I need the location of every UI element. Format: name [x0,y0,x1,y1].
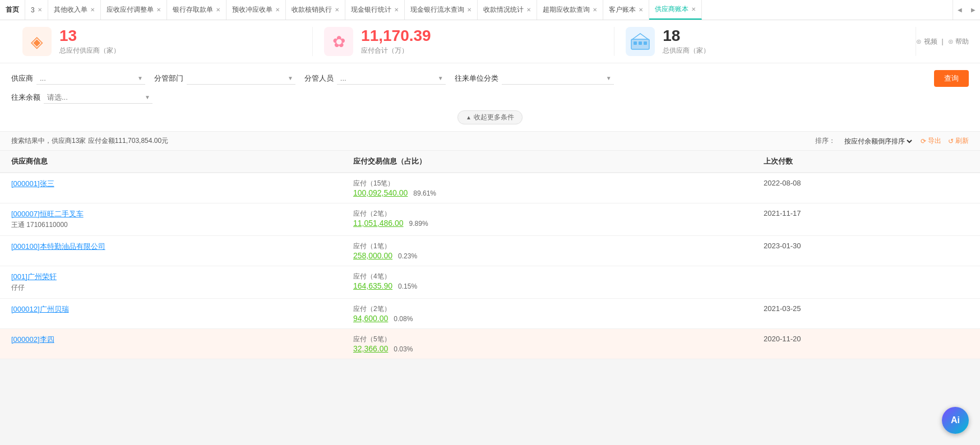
nav-tab-cash-bank-stats[interactable]: 现金银行统计 ✕ [345,0,405,20]
person-input[interactable] [337,72,438,84]
supplier-link[interactable]: [000001]张三 [11,179,353,189]
nav-tab-overdue-ar[interactable]: 超期应收款查询 ✕ [537,0,603,20]
supplier-link[interactable]: [001]广州荣轩 [11,272,353,282]
balance-chevron-icon: ▼ [145,94,152,100]
nav-tab-customer-ledger[interactable]: 客户账本 ✕ [603,0,649,20]
tx-amount-link[interactable]: 32,366.00 [353,344,388,353]
nav-prev-button[interactable]: ◀ [953,0,967,20]
sort-select[interactable]: 按应付余额倒序排序 [842,137,914,146]
payable-total-amount: 11,170.39 [361,27,431,45]
svg-rect-2 [639,41,642,45]
close-icon[interactable]: ✕ [593,7,597,13]
nav-tab-home[interactable]: 首页 [0,0,25,20]
last-pay-date: 2021-03-25 [764,304,801,313]
nav-next-button[interactable]: ▶ [967,0,980,20]
tx-amount-link[interactable]: 164,635.90 [353,281,392,290]
chevron-up-icon: ▲ [466,114,471,120]
tx-amount-link[interactable]: 258,000.00 [353,251,392,260]
supplier-filter-label: 供应商 [11,73,33,84]
dept-select-wrap: ▼ [187,72,295,85]
results-summary-text: 搜索结果中，供应商13家 应付金额111,703,854.00元 [11,136,168,146]
data-table: 供应商信息 应付交易信息（占比） 上次付数 [000001]张三 应付（15笔）… [0,151,980,359]
nav-arrows: ◀ ▶ [953,0,980,20]
table-row: [000012]广州贝瑞 应付（2笔） 94,600.00 0.08% 2021… [0,299,980,329]
tx-amount-link[interactable]: 94,600.00 [353,314,388,323]
supplier-cell: [000100]本特勤油品有限公司 [11,242,353,252]
tx-row: 164,635.90 0.15% [353,281,764,290]
supplier-sub: 仔仔 [11,283,353,293]
close-icon[interactable]: ✕ [691,6,696,12]
person-input-wrap: ▼ [337,72,446,85]
export-button[interactable]: ⟳ 导出 [921,136,941,146]
header-supplier: 供应商信息 [11,156,353,166]
tx-row: 32,366.00 0.03% [353,344,764,353]
category-select-wrap: ▼ [502,72,614,85]
tx-percent: 89.61% [413,189,436,197]
close-icon[interactable]: ✕ [467,7,471,13]
close-icon[interactable]: ✕ [38,7,42,13]
tx-percent: 0.15% [398,282,417,290]
nav-tab-payment-verify[interactable]: 收款核销执行 ✕ [286,0,345,20]
query-button[interactable]: 查询 [934,70,969,87]
link-separator: | [942,38,944,45]
balance-input[interactable] [44,91,145,103]
supplier-link[interactable]: [000002]李四 [11,335,353,345]
close-icon[interactable]: ✕ [90,7,95,13]
tx-label: 应付（4笔） [353,272,764,281]
sort-prefix: 排序： [815,136,835,146]
nav-tab-prepay[interactable]: 预收冲应收单 ✕ [226,0,286,20]
refresh-button[interactable]: ↺ 刷新 [948,136,969,146]
transaction-cell: 应付（15笔） 100,092,540.00 89.61% [353,179,764,197]
supplier-cell: [000002]李四 [11,335,353,345]
table-header: 供应商信息 应付交易信息（占比） 上次付数 [0,151,980,173]
close-icon[interactable]: ✕ [216,7,220,13]
balance-select-wrap: ▼ [44,91,152,104]
transaction-cell: 应付（5笔） 32,366.00 0.03% [353,335,764,353]
payable-total-icon: ✿ [324,27,353,56]
nav-tab-receipt-stats[interactable]: 收款情况统计 ✕ [478,0,537,20]
video-link[interactable]: ⊙ 视频 [916,37,937,47]
tx-percent: 0.08% [394,315,413,323]
total-supplier-text: 18 总供应商（家） [663,27,710,55]
close-icon[interactable]: ✕ [394,7,399,13]
last-pay-cell: 2023-01-30 [764,242,969,250]
filter-person: 分管人员 ▼ [304,72,446,85]
nav-tab-ar-ap-adjust[interactable]: 应收应付调整单 ✕ [101,0,167,20]
category-input[interactable] [502,72,606,84]
svg-rect-3 [644,41,647,45]
tx-amount-link[interactable]: 11,051,486.00 [353,219,404,228]
nav-tab-other-income[interactable]: 其他收入单 ✕ [48,0,101,20]
filter-area: 供应商 ▼ 分管部门 ▼ 分管人员 ▼ 往来单位分类 ▼ [0,63,980,132]
close-icon[interactable]: ✕ [639,7,643,13]
summary-card-payable-total: ✿ 11,170.39 应付合计（万） [313,27,614,56]
total-supplier-icon [626,27,655,56]
nav-tab-bank-deposit[interactable]: 银行存取款单 ✕ [167,0,226,20]
person-filter-label: 分管人员 [304,73,334,84]
close-icon[interactable]: ✕ [526,7,531,13]
table-row: [000002]李四 应付（5笔） 32,366.00 0.03% 2020-1… [0,329,980,359]
supplier-input[interactable] [36,72,137,84]
supplier-link[interactable]: [000007]恒旺二手叉车 [11,209,353,219]
tx-amount-link[interactable]: 100,092,540.00 [353,188,408,197]
transaction-cell: 应付（1笔） 258,000.00 0.23% [353,242,764,260]
close-icon[interactable]: ✕ [335,7,339,13]
close-icon[interactable]: ✕ [275,7,280,13]
dept-input[interactable] [187,72,288,84]
supplier-link[interactable]: [000012]广州贝瑞 [11,304,353,314]
tx-label: 应付（2笔） [353,304,764,314]
collapse-button[interactable]: ▲ 收起更多条件 [457,110,523,124]
close-icon[interactable]: ✕ [156,7,161,13]
supplier-cell: [001]广州荣轩 仔仔 [11,272,353,293]
payable-supplier-count: 13 [59,27,120,45]
supplier-link[interactable]: [000100]本特勤油品有限公司 [11,242,353,252]
nav-tab-cash-flow[interactable]: 现金银行流水查询 ✕ [405,0,478,20]
table-row: [000100]本特勤油品有限公司 应付（1笔） 258,000.00 0.23… [0,236,980,266]
help-link[interactable]: ⊙ 帮助 [948,37,969,47]
table-row: [000007]恒旺二手叉车 王通 17106110000 应付（2笔） 11,… [0,203,980,236]
top-nav: 首页 3 ✕ 其他收入单 ✕ 应收应付调整单 ✕ 银行存取款单 ✕ 预收冲应收单… [0,0,980,20]
nav-tab-3[interactable]: 3 ✕ [25,0,48,20]
supplier-chevron-icon: ▼ [137,75,145,81]
person-chevron-icon: ▼ [438,75,446,81]
tx-percent: 0.03% [394,345,413,353]
nav-tab-supplier-ledger[interactable]: 供应商账本 ✕ [649,0,702,20]
